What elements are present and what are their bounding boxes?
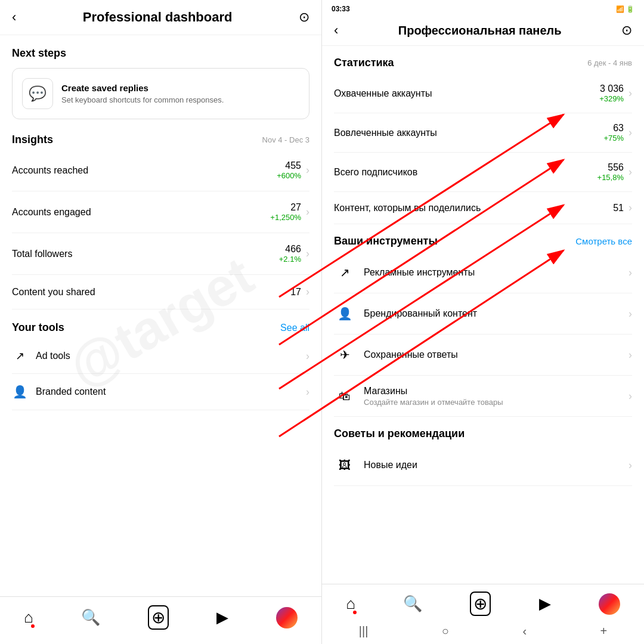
- android-plus[interactable]: +: [600, 624, 608, 638]
- stat-row-accounts-engaged[interactable]: Accounts engaged 27 +1,250% ›: [12, 191, 309, 233]
- right-tool-label: Новые идеи: [364, 460, 417, 470]
- card-title: Create saved replies: [61, 83, 224, 93]
- chevron-icon: ›: [306, 386, 309, 398]
- stat-change: +2.1%: [279, 255, 301, 264]
- right-shops-icon: 🛍: [334, 385, 355, 407]
- right-stat-change: +329%: [599, 94, 624, 103]
- left-header: ‹ Professional dashboard ⊙: [0, 0, 321, 35]
- stat-row-accounts-reached[interactable]: Accounts reached 455 +600% ›: [12, 150, 309, 191]
- right-tool-label: Магазины: [364, 386, 503, 397]
- tool-row-ad-tools[interactable]: ↗ Ad tools ›: [12, 339, 309, 374]
- android-home[interactable]: ○: [442, 624, 449, 638]
- stat-value: 455: [277, 160, 301, 171]
- home-nav-icon[interactable]: ⌂: [24, 608, 33, 627]
- right-stat-row-engaged[interactable]: Вовлеченные аккаунты 63 +75% ›: [334, 113, 632, 153]
- stat-label: Total followers: [12, 249, 72, 259]
- insights-date: Nov 4 - Dec 3: [262, 135, 309, 144]
- right-bottom-nav: ⌂ 🔍 ⊕ ▶: [322, 584, 644, 621]
- stat-value: 466: [279, 244, 301, 255]
- create-nav-icon[interactable]: ⊕: [148, 605, 169, 630]
- right-home-nav[interactable]: ⌂: [346, 595, 355, 613]
- android-bar: ||| ○ ‹ +: [322, 621, 644, 644]
- right-tool-label: Рекламные инструменты: [364, 267, 475, 278]
- right-stat-row-followers[interactable]: Всего подписчиков 556 +15,8% ›: [334, 153, 632, 192]
- tips-title: Советы и рекомендации: [334, 417, 632, 445]
- right-stat-change: +15,8%: [597, 173, 624, 182]
- stat-change: +600%: [277, 171, 301, 180]
- right-see-all-link[interactable]: Смотреть все: [575, 236, 632, 246]
- stat-label: Accounts engaged: [12, 207, 91, 218]
- tool-label: Branded content: [36, 386, 106, 397]
- chevron-icon: ›: [306, 247, 309, 260]
- right-saved-replies-icon: ✈: [334, 344, 355, 366]
- chevron-icon: ›: [628, 166, 632, 178]
- right-tool-shops[interactable]: 🛍 Магазины Создайте магазин и отмечайте …: [334, 376, 632, 417]
- right-create-nav[interactable]: ⊕: [470, 592, 491, 616]
- reels-nav-icon[interactable]: ▶: [216, 608, 228, 627]
- right-tool-label: Брендированный контент: [364, 308, 477, 319]
- tool-row-branded-content[interactable]: 👤 Branded content ›: [12, 374, 309, 410]
- right-panel: 03:33 📶 🔋 ‹ Профессиональная панель ⊙ Ст…: [322, 0, 644, 644]
- stat-row-content-shared[interactable]: Content you shared 17 ›: [12, 275, 309, 309]
- chevron-icon: ›: [306, 350, 309, 363]
- chevron-icon: ›: [628, 390, 632, 402]
- right-search-nav[interactable]: 🔍: [403, 595, 422, 613]
- stat-label: Accounts reached: [12, 165, 88, 176]
- right-tool-saved-replies[interactable]: ✈ Сохраненные ответы ›: [334, 335, 632, 376]
- right-ideas-icon: 🖼: [334, 454, 355, 476]
- right-back-button[interactable]: ‹: [334, 23, 338, 38]
- right-stat-row-content[interactable]: Контент, которым вы поделились 51 ›: [334, 192, 632, 224]
- chevron-icon: ›: [628, 267, 632, 279]
- right-stat-value: 51: [613, 203, 624, 213]
- settings-button[interactable]: ⊙: [299, 10, 309, 25]
- chevron-icon: ›: [306, 286, 309, 298]
- right-tool-new-ideas[interactable]: 🖼 Новые идеи ›: [334, 445, 632, 486]
- right-settings-button[interactable]: ⊙: [621, 23, 632, 38]
- statistika-title: Статистика: [334, 57, 394, 69]
- see-all-link[interactable]: See all: [280, 323, 309, 333]
- search-nav-icon[interactable]: 🔍: [81, 608, 100, 627]
- right-stat-row-reached[interactable]: Охваченные аккаунты 3 036 +329% ›: [334, 74, 632, 113]
- chevron-icon: ›: [628, 87, 632, 100]
- right-stat-value: 556: [597, 162, 624, 173]
- stat-label: Content you shared: [12, 287, 95, 298]
- right-stat-value: 3 036: [599, 83, 624, 94]
- back-button[interactable]: ‹: [12, 10, 16, 25]
- right-profile-avatar[interactable]: [599, 593, 620, 615]
- saved-replies-card[interactable]: 💬 Create saved replies Set keyboard shor…: [12, 68, 309, 119]
- stat-row-total-followers[interactable]: Total followers 466 +2.1% ›: [12, 233, 309, 275]
- right-nav-dot: [353, 611, 357, 614]
- right-tools-title: Ваши инструменты: [334, 235, 438, 247]
- right-stat-value: 63: [603, 123, 624, 134]
- chevron-icon: ›: [628, 349, 632, 361]
- chevron-icon: ›: [628, 202, 632, 214]
- right-stat-label: Контент, которым вы поделились: [334, 203, 481, 213]
- right-page-title: Профессиональная панель: [398, 24, 562, 38]
- status-time: 03:33: [332, 5, 350, 13]
- statistika-header: Статистика 6 дек - 4 янв: [334, 46, 632, 74]
- nav-dot: [31, 624, 35, 628]
- right-reels-nav[interactable]: ▶: [539, 595, 551, 613]
- right-tool-branded[interactable]: 👤 Брендированный контент ›: [334, 293, 632, 335]
- right-tool-ad-tools[interactable]: ↗ Рекламные инструменты ›: [334, 252, 632, 293]
- right-tool-sub: Создайте магазин и отмечайте товары: [364, 398, 503, 407]
- statistika-date: 6 дек - 4 янв: [587, 58, 632, 67]
- card-subtitle: Set keyboard shortcuts for common respon…: [61, 95, 224, 104]
- right-ad-tools-icon: ↗: [334, 262, 355, 283]
- next-steps-title: Next steps: [12, 35, 309, 68]
- right-stat-label: Вовлеченные аккаунты: [334, 128, 437, 138]
- chevron-icon: ›: [628, 459, 632, 472]
- profile-avatar[interactable]: [276, 607, 298, 628]
- android-recents[interactable]: |||: [359, 624, 369, 638]
- right-branded-icon: 👤: [334, 303, 355, 324]
- left-panel: @target ‹ Professional dashboard ⊙ Next …: [0, 0, 322, 644]
- stat-value: 17: [290, 287, 301, 298]
- card-text: Create saved replies Set keyboard shortc…: [61, 83, 224, 104]
- android-back[interactable]: ‹: [522, 624, 527, 638]
- insights-title: Insights: [12, 134, 53, 146]
- stat-right: 466 +2.1% ›: [279, 244, 309, 264]
- your-tools-header: Your tools See all: [12, 309, 309, 339]
- insights-header: Insights Nov 4 - Dec 3: [12, 129, 309, 150]
- stat-right: 455 +600% ›: [277, 160, 309, 180]
- stat-right: 17 ›: [290, 286, 309, 298]
